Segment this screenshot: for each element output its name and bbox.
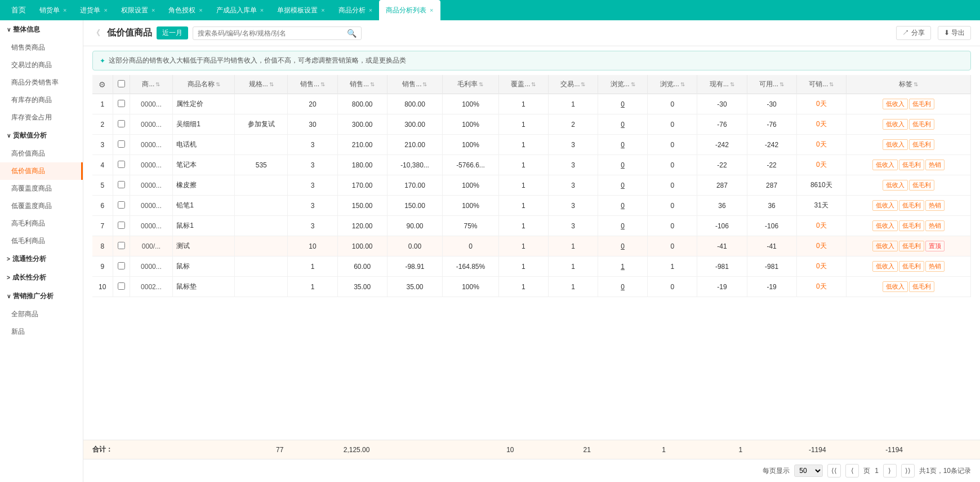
sidebar-item-stock-capital[interactable]: 库存资金占用 <box>0 109 83 126</box>
sort-icon[interactable]: ⇅ <box>269 81 274 87</box>
search-input[interactable] <box>198 29 347 37</box>
product-tags: 低收入低毛利 <box>846 175 970 196</box>
sidebar-group-contribution[interactable]: ∨ 贡献值分析 <box>0 126 83 145</box>
row-index: 3 <box>92 135 113 155</box>
browse-count-1[interactable]: 0 <box>598 155 648 175</box>
sidebar-item-new-products[interactable]: 新品 <box>0 323 83 341</box>
sidebar-item-low-margin[interactable]: 低毛利商品 <box>0 232 83 250</box>
close-icon[interactable]: × <box>63 7 66 14</box>
browse-count-1[interactable]: 0 <box>598 277 648 297</box>
page-size-select[interactable]: 50 100 200 <box>794 465 823 477</box>
sort-icon[interactable]: ⇅ <box>631 81 635 87</box>
row-select-checkbox[interactable] <box>118 181 125 188</box>
browse-count-1[interactable]: 0 <box>598 216 648 236</box>
nav-product-analysis[interactable]: 商品分析× <box>332 0 379 20</box>
close-icon[interactable]: × <box>260 7 264 14</box>
sidebar-item-high-value[interactable]: 高价值商品 <box>0 145 83 162</box>
sort-icon[interactable]: ⇅ <box>155 81 160 87</box>
close-icon[interactable]: × <box>152 7 155 14</box>
prev-page-button[interactable]: ⟨ <box>845 464 859 477</box>
gear-icon[interactable]: ⚙ <box>99 80 106 89</box>
row-select-checkbox[interactable] <box>118 140 125 148</box>
row-checkbox[interactable] <box>113 257 130 277</box>
sidebar-item-sales-products[interactable]: 销售类商品 <box>0 39 83 56</box>
filter-recent-month-button[interactable]: 近一月 <box>157 26 188 39</box>
close-icon[interactable]: × <box>321 7 324 14</box>
trade-count: 1 <box>548 236 598 257</box>
sidebar-item-low-coverage[interactable]: 低覆盖度商品 <box>0 197 83 215</box>
sort-icon[interactable]: ⇅ <box>581 81 585 87</box>
col-sales-amt: 销售...⇅ <box>337 75 387 94</box>
sort-icon[interactable]: ⇅ <box>680 81 685 87</box>
available-stock: -981 <box>747 257 796 277</box>
row-select-checkbox[interactable] <box>118 242 125 249</box>
row-select-checkbox[interactable] <box>118 201 125 209</box>
browse-count-1[interactable]: 0 <box>598 135 648 155</box>
row-checkbox[interactable] <box>113 236 130 257</box>
row-checkbox[interactable] <box>113 277 130 297</box>
sidebar-item-high-coverage[interactable]: 高覆盖度商品 <box>0 180 83 197</box>
sort-icon[interactable]: ⇅ <box>216 81 220 87</box>
row-select-checkbox[interactable] <box>118 262 125 269</box>
sidebar-group-marketing[interactable]: ∨ 营销推广分析 <box>0 287 83 306</box>
last-page-button[interactable]: ⟩⟩ <box>901 464 915 477</box>
nav-sales-order[interactable]: 销货单× <box>33 0 73 20</box>
row-checkbox[interactable] <box>113 155 130 175</box>
nav-role-auth[interactable]: 角色授权× <box>162 0 209 20</box>
sidebar-group-growth[interactable]: > 成长性分析 <box>0 268 83 287</box>
sort-icon[interactable]: ⇅ <box>730 81 734 87</box>
export-button[interactable]: ⬇ 导出 <box>938 26 971 40</box>
nav-product-analysis-list[interactable]: 商品分析列表× <box>379 0 440 20</box>
nav-home[interactable]: 首页 <box>5 0 33 20</box>
sort-icon[interactable]: ⇅ <box>422 81 427 87</box>
select-all-checkbox[interactable] <box>118 80 125 87</box>
row-checkbox[interactable] <box>113 216 130 236</box>
sort-icon[interactable]: ⇅ <box>320 81 325 87</box>
close-icon[interactable]: × <box>369 7 372 14</box>
sort-icon[interactable]: ⇅ <box>479 81 483 87</box>
row-select-checkbox[interactable] <box>118 120 125 127</box>
row-select-checkbox[interactable] <box>118 100 125 107</box>
sort-icon[interactable]: ⇅ <box>829 81 834 87</box>
row-select-checkbox[interactable] <box>118 282 125 290</box>
browse-count-1[interactable]: 0 <box>598 236 648 257</box>
sidebar-item-all-products[interactable]: 全部商品 <box>0 306 83 323</box>
first-page-button[interactable]: ⟨⟨ <box>827 464 841 477</box>
browse-count-1[interactable]: 0 <box>598 196 648 216</box>
row-select-checkbox[interactable] <box>118 222 125 229</box>
sidebar-item-high-margin[interactable]: 高毛利商品 <box>0 215 83 232</box>
nav-template-settings[interactable]: 单据模板设置× <box>270 0 331 20</box>
row-checkbox[interactable] <box>113 175 130 196</box>
close-icon[interactable]: × <box>430 7 433 14</box>
search-box: 🔍 <box>193 26 362 40</box>
row-checkbox[interactable] <box>113 196 130 216</box>
share-button[interactable]: ↗ 分享 <box>896 26 930 40</box>
sort-icon[interactable]: ⇅ <box>370 81 375 87</box>
sidebar-item-low-value[interactable]: 低价值商品 <box>0 162 83 180</box>
next-page-button[interactable]: ⟩ <box>883 464 897 477</box>
sidebar-item-stock-products[interactable]: 有库存的商品 <box>0 91 83 109</box>
nav-purchase-order[interactable]: 进货单× <box>73 0 114 20</box>
nav-permissions[interactable]: 权限设置× <box>114 0 162 20</box>
row-select-checkbox[interactable] <box>118 161 125 168</box>
collapse-button[interactable]: 《 <box>92 28 100 38</box>
close-icon[interactable]: × <box>199 7 202 14</box>
sort-icon[interactable]: ⇅ <box>531 81 536 87</box>
row-checkbox[interactable] <box>113 114 130 135</box>
sort-icon[interactable]: ⇅ <box>779 81 784 87</box>
nav-product-instock[interactable]: 产成品入库单× <box>210 0 270 20</box>
sidebar-group-overall[interactable]: ∨ 整体信息 <box>0 20 83 39</box>
search-icon[interactable]: 🔍 <box>347 29 357 38</box>
browse-count-1[interactable]: 0 <box>598 94 648 114</box>
sidebar-item-traded-products[interactable]: 交易过的商品 <box>0 56 83 74</box>
browse-count-1[interactable]: 0 <box>598 114 648 135</box>
sidebar-item-category-sales-rate[interactable]: 商品分类销售率 <box>0 74 83 91</box>
row-checkbox[interactable] <box>113 94 130 114</box>
sidebar-group-circulation[interactable]: > 流通性分析 <box>0 250 83 268</box>
row-checkbox[interactable] <box>113 135 130 155</box>
col-gear[interactable]: ⚙ <box>92 75 113 94</box>
sort-icon[interactable]: ⇅ <box>914 81 918 87</box>
browse-count-1[interactable]: 1 <box>598 257 648 277</box>
close-icon[interactable]: × <box>104 7 107 14</box>
browse-count-1[interactable]: 0 <box>598 175 648 196</box>
